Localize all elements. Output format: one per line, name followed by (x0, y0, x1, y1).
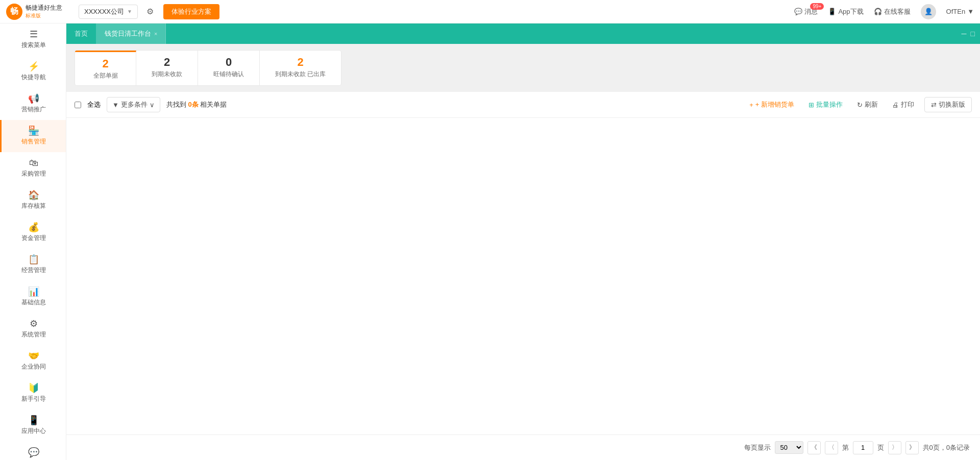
status-tab-all[interactable]: 2 全部单据 (75, 51, 136, 85)
first-page-button[interactable]: 《 (807, 441, 821, 454)
status-tabs: 2 全部单据 2 到期未收款 0 旺铺待确认 2 到期未收款 已出库 (75, 50, 341, 86)
content-area: 首页 钱货日清工作台 × ─ □ 2 全部单据 2 到期未收款 (66, 23, 980, 460)
next-page-button[interactable]: 〉 (888, 441, 901, 454)
tab-bar: 首页 钱货日清工作台 × ─ □ (66, 23, 980, 44)
sidebar-label-inventory: 库存核算 (21, 202, 46, 210)
per-page-label: 每页显示 (744, 443, 771, 452)
logo-area: 畅 畅捷通好生意 标准版 (6, 4, 72, 20)
select-all-label: 全选 (87, 100, 101, 109)
app-download-label: App下载 (838, 7, 863, 16)
sidebar-label-purchase-mgmt: 采购管理 (21, 170, 46, 178)
status-label-overdue-unpaid: 到期未收款 (152, 70, 182, 79)
found-suffix: 相关单据 (200, 101, 227, 108)
tab-active-label: 钱货日清工作台 (105, 29, 151, 38)
company-selector[interactable]: XXXXXX公司 ▼ (79, 5, 138, 19)
app-download-button[interactable]: 📱 App下载 (828, 7, 863, 16)
sidebar-label-capital: 资金管理 (21, 234, 46, 243)
dropdown-arrow-icon: ▼ (127, 9, 132, 14)
sidebar-label-marketing: 营销推广 (21, 105, 46, 114)
filter-btn-label: 更多条件 (121, 100, 148, 109)
sidebar-label-sales-mgmt: 销售管理 (21, 137, 46, 146)
logo-icon: 畅 (6, 4, 22, 20)
refresh-btn-label: 刷新 (865, 100, 878, 109)
print-btn-label: 打印 (901, 100, 914, 109)
username-display[interactable]: OfTEn ▼ (946, 8, 974, 15)
add-btn-label: + 新增销货单 (755, 100, 794, 109)
sidebar-item-capital[interactable]: 💰 资金管理 (0, 216, 66, 249)
batch-operation-button[interactable]: ⊞ 批量操作 (804, 98, 847, 112)
user-name: OfTEn (946, 8, 966, 15)
inventory-icon: 🏠 (28, 190, 39, 200)
sidebar-item-wechat[interactable]: 💬 企业微信 (0, 442, 66, 460)
table-area (66, 118, 980, 434)
status-label-overdue-unship: 到期未收款 已出库 (275, 70, 326, 79)
purchase-mgmt-icon: 🛍 (29, 158, 38, 167)
sidebar-item-quick-nav[interactable]: ⚡ 快捷导航 (0, 56, 66, 88)
add-sales-order-button[interactable]: + + 新增销货单 (745, 98, 798, 112)
print-icon: 🖨 (892, 101, 899, 109)
sidebar-item-sales-mgmt[interactable]: 🏪 销售管理 (0, 120, 66, 152)
online-service-label: 在线客服 (884, 7, 911, 16)
tab-home[interactable]: 首页 (66, 23, 96, 44)
message-button[interactable]: 💬 消息 99+ (794, 7, 818, 16)
avatar-icon: 👤 (924, 8, 933, 15)
last-page-icon: 》 (909, 443, 915, 452)
sidebar-item-app-center[interactable]: 📱 应用中心 (0, 409, 66, 442)
wechat-icon: 💬 (28, 448, 39, 457)
filter-arrow-icon: ∨ (150, 101, 155, 109)
beginner-icon: 🔰 (28, 383, 39, 393)
total-info: 共0页，0条记录 (923, 443, 970, 452)
add-icon: + (749, 101, 753, 109)
status-count-all: 2 (90, 57, 120, 70)
user-dropdown-icon: ▼ (967, 8, 974, 15)
sidebar-item-operations[interactable]: 📋 经营管理 (0, 249, 66, 281)
toolbar: 全选 ▼ 更多条件 ∨ 共找到 0条 相关单据 + + 新增销货单 ⊞ 批量操作 (66, 92, 980, 118)
tab-home-label: 首页 (75, 29, 88, 38)
tab-maximize-icon[interactable]: □ (971, 30, 975, 38)
sidebar-label-beginner: 新手引导 (21, 395, 46, 403)
page-size-select[interactable]: 50 20 100 (775, 441, 803, 454)
sidebar-item-inventory[interactable]: 🏠 库存核算 (0, 184, 66, 216)
tab-close-icon[interactable]: × (154, 31, 157, 37)
filter-icon: ▼ (112, 101, 119, 109)
status-tab-pending-confirm[interactable]: 0 旺铺待确认 (198, 51, 260, 85)
sales-mgmt-icon: 🏪 (28, 126, 39, 135)
sidebar-label-search-menu: 搜索菜单 (21, 41, 46, 50)
tab-minimize-icon[interactable]: ─ (962, 30, 967, 38)
toolbar-right: + + 新增销货单 ⊞ 批量操作 ↻ 刷新 🖨 打印 ⇄ 切换新版 (745, 97, 972, 112)
status-label-pending-confirm: 旺铺待确认 (213, 70, 244, 79)
sidebar-item-search-menu[interactable]: ☰ 搜索菜单 (0, 23, 66, 56)
status-tab-overdue-unpaid[interactable]: 2 到期未收款 (136, 51, 198, 85)
sidebar-item-basic-info[interactable]: 📊 基础信息 (0, 281, 66, 313)
status-tab-overdue-unship[interactable]: 2 到期未收款 已出库 (260, 51, 341, 85)
page-label-end: 页 (877, 443, 884, 452)
refresh-icon: ↻ (857, 101, 863, 109)
last-page-button[interactable]: 》 (905, 441, 919, 454)
sidebar-item-system[interactable]: ⚙ 系统管理 (0, 313, 66, 345)
sidebar-label-system: 系统管理 (21, 330, 46, 339)
filter-button[interactable]: ▼ 更多条件 ∨ (107, 97, 160, 112)
batch-icon: ⊞ (808, 101, 814, 109)
first-page-icon: 《 (811, 443, 817, 452)
experience-button[interactable]: 体验行业方案 (163, 4, 219, 19)
select-all-checkbox[interactable] (75, 102, 81, 108)
user-avatar[interactable]: 👤 (921, 4, 936, 19)
sidebar-item-purchase-mgmt[interactable]: 🛍 采购管理 (0, 152, 66, 184)
status-label-all: 全部单据 (90, 71, 120, 80)
sidebar-item-marketing[interactable]: 📢 营销推广 (0, 88, 66, 120)
online-service-button[interactable]: 🎧 在线客服 (874, 7, 911, 16)
sidebar-item-beginner[interactable]: 🔰 新手引导 (0, 377, 66, 409)
refresh-button[interactable]: ↻ 刷新 (853, 98, 882, 112)
tab-qianhuoriqing[interactable]: 钱货日清工作台 × (96, 23, 166, 44)
settings-button[interactable]: ⚙ (142, 4, 158, 20)
switch-icon: ⇄ (931, 101, 937, 109)
prev-page-button[interactable]: 〈 (825, 441, 838, 454)
sub-content: 2 全部单据 2 到期未收款 0 旺铺待确认 2 到期未收款 已出库 (66, 44, 980, 92)
print-button[interactable]: 🖨 打印 (888, 98, 918, 112)
sidebar-item-enterprise[interactable]: 🤝 企业协同 (0, 345, 66, 377)
prev-page-icon: 〈 (828, 443, 835, 452)
download-icon: 📱 (828, 8, 836, 15)
switch-new-version-button[interactable]: ⇄ 切换新版 (924, 97, 972, 112)
page-input[interactable] (853, 441, 873, 454)
sidebar-label-app-center: 应用中心 (21, 427, 46, 435)
